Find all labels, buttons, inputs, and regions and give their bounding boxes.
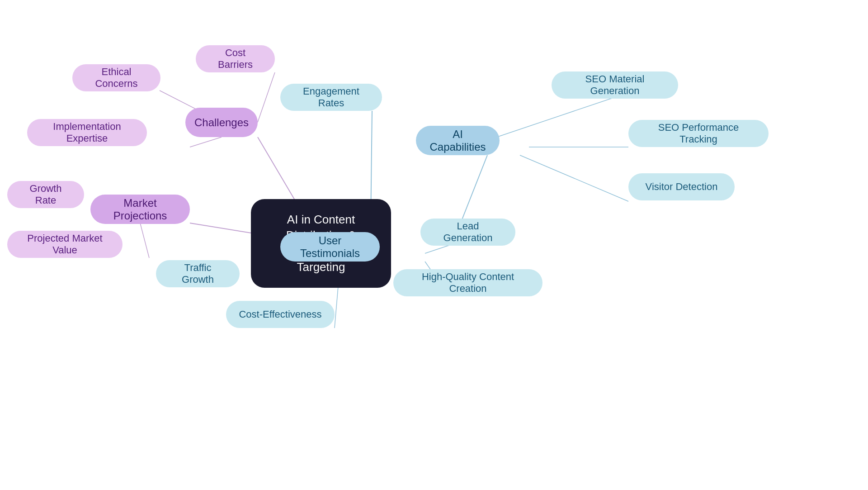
ethical-concerns-node: Ethical Concerns (72, 64, 160, 91)
challenges-node: Challenges (185, 108, 258, 137)
svg-line-5 (258, 72, 275, 122)
market-projections-node: Market Projections (90, 195, 190, 224)
lead-generation-node: Lead Generation (420, 219, 515, 246)
engagement-rates-node: Engagement Rates (280, 84, 382, 111)
svg-line-2 (461, 155, 487, 222)
projected-market-value-node: Projected Market Value (7, 231, 123, 258)
seo-material-node: SEO Material Generation (552, 71, 678, 99)
seo-performance-node: SEO Performance Tracking (628, 120, 769, 147)
svg-line-7 (190, 137, 222, 147)
svg-line-12 (520, 155, 628, 201)
svg-line-10 (487, 97, 615, 140)
cost-effectiveness-node: Cost-Effectiveness (226, 301, 335, 328)
visitor-detection-node: Visitor Detection (628, 173, 735, 200)
ai-capabilities-node: AI Capabilities (416, 126, 500, 155)
high-quality-content-node: High-Quality Content Creation (393, 269, 542, 296)
svg-line-9 (140, 223, 149, 258)
implementation-node: Implementation Expertise (27, 119, 147, 146)
cost-barriers-node: Cost Barriers (196, 45, 275, 72)
growth-rate-node: Growth Rate (7, 181, 84, 208)
traffic-growth-node: Traffic Growth (156, 260, 240, 287)
user-testimonials-node: User Testimonials (280, 232, 380, 262)
svg-line-13 (425, 244, 452, 253)
